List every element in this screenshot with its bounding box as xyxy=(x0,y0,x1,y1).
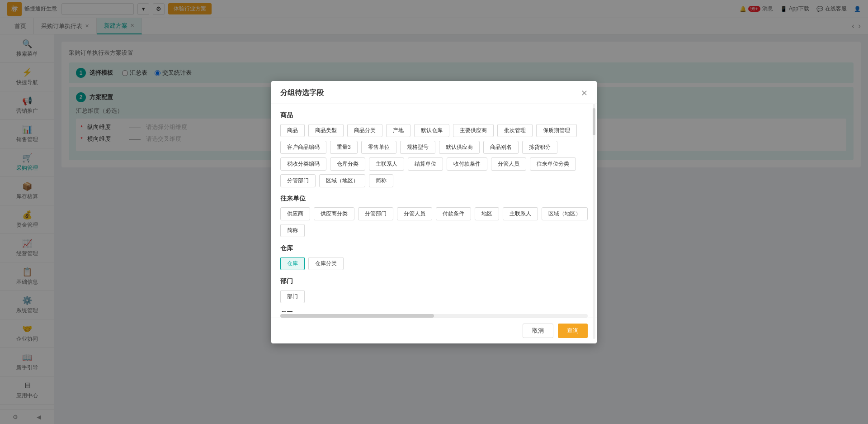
field-tag-warehouse[interactable]: 仓库 xyxy=(280,257,305,270)
section-warehouse-title: 仓库 xyxy=(280,244,588,252)
field-tag[interactable]: 税收分类编码 xyxy=(280,157,326,171)
dialog-scrollbar-v-thumb xyxy=(593,108,595,135)
field-tag[interactable]: 仓库分类 xyxy=(330,157,365,171)
field-tag[interactable]: 分管部门 xyxy=(280,174,316,187)
field-tag[interactable]: 往来单位分类 xyxy=(530,157,576,171)
field-tag[interactable]: 客户商品编码 xyxy=(280,141,326,154)
field-tag[interactable]: 主要供应商 xyxy=(453,124,494,137)
section-partner-fields: 供应商 供应商分类 分管部门 分管人员 付款条件 地区 主联系人 区域（地区） … xyxy=(280,207,588,237)
dialog-close-btn[interactable]: ✕ xyxy=(581,88,588,98)
dialog-header: 分组待选字段 ✕ xyxy=(271,81,597,104)
field-tag[interactable]: 部门 xyxy=(280,290,305,303)
dialog-body: 商品 商品 商品类型 商品分类 产地 默认仓库 主要供应商 批次管理 保质期管理… xyxy=(271,104,597,312)
field-tag[interactable]: 结算单位 xyxy=(408,157,443,171)
field-tag[interactable]: 区域（地区） xyxy=(542,207,588,220)
field-tag[interactable]: 批次管理 xyxy=(497,124,533,137)
field-tag[interactable]: 付款条件 xyxy=(436,207,471,220)
section-warehouse-fields: 仓库 仓库分类 xyxy=(280,257,588,270)
section-partner-title: 往来单位 xyxy=(280,195,588,203)
field-tag[interactable]: 主联系人 xyxy=(503,207,538,220)
dialog-overlay: 分组待选字段 ✕ 商品 商品 商品类型 商品分类 产地 默认仓库 主要供应商 批… xyxy=(0,0,868,424)
field-tag[interactable]: 分管人员 xyxy=(491,157,526,171)
dialog-scrollbar-h-thumb xyxy=(280,314,434,318)
field-tag[interactable]: 规格型号 xyxy=(400,141,435,154)
field-tag[interactable]: 保质期管理 xyxy=(536,124,577,137)
section-goods-fields: 商品 商品类型 商品分类 产地 默认仓库 主要供应商 批次管理 保质期管理 客户… xyxy=(280,124,588,187)
field-tag[interactable]: 重量3 xyxy=(330,141,358,154)
field-tag[interactable]: 商品分类 xyxy=(347,124,382,137)
field-tag[interactable]: 商品类型 xyxy=(308,124,344,137)
field-tag[interactable]: 商品 xyxy=(280,124,305,137)
field-tag[interactable]: 分管人员 xyxy=(397,207,432,220)
field-tag[interactable]: 供应商 xyxy=(280,207,310,220)
field-tag[interactable]: 产地 xyxy=(386,124,410,137)
section-dept-title: 部门 xyxy=(280,277,588,286)
dialog-scrollbar-v[interactable] xyxy=(593,104,595,339)
field-tag[interactable]: 默认仓库 xyxy=(414,124,449,137)
field-tag[interactable]: 简称 xyxy=(369,174,393,187)
field-tag[interactable]: 收付款条件 xyxy=(447,157,487,171)
section-goods-title: 商品 xyxy=(280,111,588,119)
field-tag[interactable]: 主联系人 xyxy=(369,157,404,171)
section-dept-fields: 部门 xyxy=(280,290,588,303)
field-tag[interactable]: 仓库分类 xyxy=(308,257,344,270)
dialog-title: 分组待选字段 xyxy=(280,88,324,98)
field-tag[interactable]: 零售单位 xyxy=(361,141,396,154)
field-tag[interactable]: 拣货积分 xyxy=(522,141,557,154)
cancel-button[interactable]: 取消 xyxy=(523,324,553,338)
field-tag[interactable]: 分管部门 xyxy=(358,207,393,220)
dialog-scrollbar-h[interactable] xyxy=(280,314,588,318)
field-tag[interactable]: 简称 xyxy=(280,224,305,237)
field-tag[interactable]: 商品别名 xyxy=(483,141,519,154)
field-select-dialog: 分组待选字段 ✕ 商品 商品 商品类型 商品分类 产地 默认仓库 主要供应商 批… xyxy=(271,81,597,343)
field-tag[interactable]: 默认供应商 xyxy=(439,141,480,154)
dialog-scrollbar-h-container xyxy=(271,312,597,318)
confirm-button[interactable]: 查询 xyxy=(558,324,588,338)
field-tag[interactable]: 区域（地区） xyxy=(319,174,365,187)
field-tag[interactable]: 地区 xyxy=(475,207,499,220)
dialog-footer: 取消 查询 xyxy=(271,318,597,343)
field-tag[interactable]: 供应商分类 xyxy=(314,207,354,220)
